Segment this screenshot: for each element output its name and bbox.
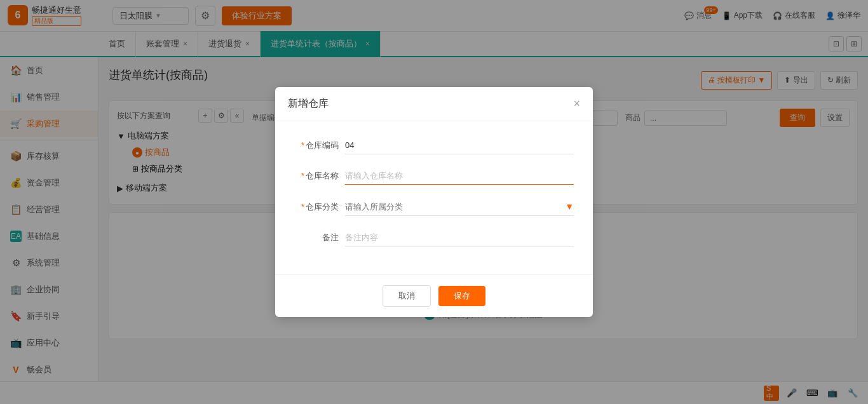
form-row-name: *仓库名称 xyxy=(294,167,574,185)
warehouse-name-label: *仓库名称 xyxy=(294,170,345,182)
warehouse-code-input[interactable] xyxy=(345,137,574,154)
category-dropdown-arrow-icon: ▼ xyxy=(565,201,574,212)
form-row-remark: 备注 xyxy=(294,229,574,246)
dialog-header: 新增仓库 × xyxy=(275,87,593,121)
warehouse-category-input[interactable] xyxy=(345,202,565,212)
remark-label: 备注 xyxy=(294,232,345,243)
remark-input[interactable] xyxy=(345,229,574,246)
warehouse-category-label: *仓库分类 xyxy=(294,201,345,213)
form-row-code: *仓库编码 xyxy=(294,137,574,154)
modal-overlay[interactable]: 新增仓库 × *仓库编码 *仓库名称 *仓库分类 xyxy=(0,0,868,404)
warehouse-code-label: *仓库编码 xyxy=(294,140,345,151)
dialog-close-button[interactable]: × xyxy=(573,97,580,111)
cancel-button[interactable]: 取消 xyxy=(383,285,431,307)
warehouse-name-input[interactable] xyxy=(345,167,574,185)
dialog-footer: 取消 保存 xyxy=(275,274,593,317)
dialog-body: *仓库编码 *仓库名称 *仓库分类 ▼ xyxy=(275,121,593,274)
warehouse-category-select[interactable]: ▼ xyxy=(345,198,574,216)
new-warehouse-dialog: 新增仓库 × *仓库编码 *仓库名称 *仓库分类 xyxy=(275,87,593,317)
dialog-title: 新增仓库 xyxy=(288,97,329,111)
form-row-category: *仓库分类 ▼ xyxy=(294,198,574,216)
save-button[interactable]: 保存 xyxy=(438,286,485,306)
